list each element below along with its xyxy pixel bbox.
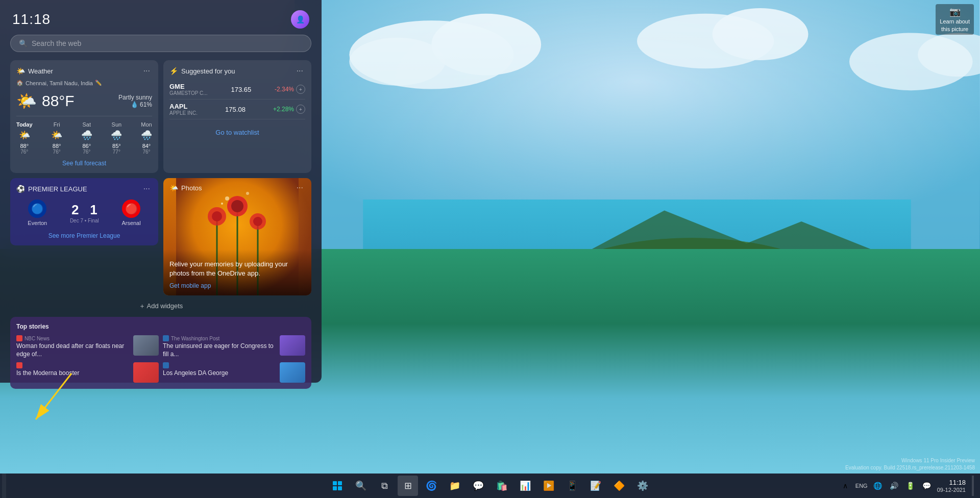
show-hidden-icons-button[interactable]: ∧ — [839, 480, 851, 492]
edge-button[interactable]: 🌀 — [421, 476, 442, 496]
svg-point-12 — [555, 347, 774, 391]
start-button[interactable] — [327, 476, 348, 496]
learn-about-picture-button[interactable]: 📷 Learn about this picture — [936, 4, 974, 35]
svg-point-22 — [231, 200, 243, 212]
show-desktop-button[interactable] — [972, 476, 974, 496]
story-source-2: The Washington Post — [163, 335, 276, 341]
pl-icon: ⚽ — [16, 185, 25, 193]
tray-date: 09-12-2021 — [937, 487, 966, 493]
see-full-forecast-link[interactable]: See full forecast — [16, 160, 152, 167]
taskbar: 🔍 ⧉ ⊞ 🌀 📁 💬 🛍️ 📊 ▶ — [0, 474, 980, 498]
svg-point-10 — [538, 238, 845, 358]
add-widgets-label: Add widgets — [147, 302, 183, 310]
user-avatar[interactable]: 👤 — [291, 10, 309, 29]
phone-link-button[interactable]: 📱 — [562, 476, 582, 496]
office-button[interactable]: 📊 — [515, 476, 535, 496]
suggested-title: Suggested for you — [181, 67, 235, 75]
svg-point-5 — [713, 8, 808, 60]
eval-notice: Windows 11 Pro Insider Preview Evaluatio… — [845, 457, 975, 471]
notepad-icon: 📝 — [590, 480, 601, 491]
stock-info-gme: GME GAMESTOP C... — [169, 83, 208, 96]
settings-button[interactable]: ⚙️ — [632, 476, 653, 496]
stock-row-gme[interactable]: GME GAMESTOP C... 173.65 -2.34% + — [169, 80, 305, 99]
widgets-panel: 11:18 👤 🔍 🌤️ Weather ··· 🏠 Chennai, Tami… — [0, 0, 322, 383]
story-thumb-2 — [280, 335, 305, 356]
stock-price-aapl: 175.08 — [225, 106, 246, 113]
weather-widget-header: 🌤️ Weather ··· — [16, 66, 152, 76]
stock-change-aapl: +2.28% + — [273, 105, 305, 114]
task-view-button[interactable]: ⧉ — [374, 476, 395, 496]
story-item-2[interactable]: The Washington Post The uninsured are ea… — [163, 335, 305, 358]
forecast-day-mon: Mon 🌧️ 84° 76° — [141, 121, 152, 155]
moderna-source-icon — [16, 362, 22, 368]
media-player-icon: ▶️ — [543, 480, 554, 491]
story-item-3[interactable]: Is the Moderna booster — [16, 362, 159, 383]
stock-add-gme[interactable]: + — [296, 85, 305, 94]
eval-line2: Evaluation copy. Build 22518.rs_prerelea… — [845, 464, 975, 471]
weather-humidity: 💧 61% — [118, 101, 152, 108]
chevron-up-icon: ∧ — [843, 482, 848, 490]
weather-menu-button[interactable]: ··· — [141, 66, 152, 76]
see-more-pl-link[interactable]: See more Premier League — [16, 232, 152, 239]
media-player-button[interactable]: ▶️ — [538, 476, 559, 496]
everton-name: Everton — [28, 220, 47, 226]
pl-menu-button[interactable]: ··· — [141, 184, 152, 193]
water-islands-svg — [294, 200, 980, 474]
go-to-watchlist-link[interactable]: Go to watchlist — [169, 126, 305, 139]
photos-overlay: Relive your memories by uploading your p… — [163, 250, 311, 295]
story-headline-4: Los Angeles DA George — [163, 369, 276, 378]
store-button[interactable]: 🛍️ — [492, 476, 512, 496]
battery-icon[interactable]: 🔋 — [904, 480, 917, 492]
svg-point-25 — [225, 196, 229, 201]
notification-center-button[interactable]: 💬 — [921, 480, 933, 492]
team-everton: 🔵 Everton — [28, 200, 47, 226]
story-headline-1: Woman found dead after car floats near e… — [16, 342, 129, 358]
photos-menu-button[interactable]: ··· — [295, 183, 305, 192]
stock-ticker-gme: GME — [169, 83, 208, 90]
weather-condition-icon: 🌤️ — [16, 91, 37, 111]
forecast-day-today: Today 🌤️ 88° 76° — [16, 121, 33, 155]
photos-title: Photos — [181, 184, 202, 192]
story-item-4[interactable]: Los Angeles DA George — [163, 362, 305, 383]
edit-icon[interactable]: ✏️ — [95, 80, 102, 86]
svg-point-20 — [212, 211, 222, 221]
story-text-2: The Washington Post The uninsured are ea… — [163, 335, 276, 358]
search-taskbar-button[interactable]: 🔍 — [351, 476, 371, 496]
teams-button[interactable]: 💬 — [468, 476, 488, 496]
weather-main: 🌤️ 88°F Partly sunny 💧 61% — [16, 91, 152, 111]
la-source-icon — [163, 362, 169, 368]
stock-row-aapl[interactable]: AAPL APPLE INC. 175.08 +2.28% + — [169, 99, 305, 119]
notepad-button[interactable]: 📝 — [585, 476, 606, 496]
stock-add-aapl[interactable]: + — [296, 105, 305, 114]
story-thumb-3 — [133, 362, 159, 383]
search-bar[interactable]: 🔍 — [10, 35, 311, 52]
pl-title-row: ⚽ PREMIER LEAGUE — [16, 185, 87, 193]
story-source-1: NBC News — [16, 335, 129, 341]
language-indicator[interactable]: ENG — [855, 480, 868, 492]
widgets-grid: 🌤️ Weather ··· 🏠 Chennai, Tamil Nadu, In… — [6, 60, 315, 295]
suggested-menu-button[interactable]: ··· — [295, 66, 305, 76]
suggested-icon: ⚡ — [169, 67, 178, 75]
network-icon[interactable]: 🌐 — [872, 480, 884, 492]
taskbar-left — [0, 474, 6, 498]
team-arsenal: 🔴 Arsenal — [121, 200, 140, 226]
add-widgets-row[interactable]: ＋ Add widgets — [6, 295, 315, 317]
taskbar-edge — [2, 474, 6, 498]
search-taskbar-icon: 🔍 — [355, 480, 366, 491]
stock-change-gme: -2.34% + — [275, 85, 305, 94]
settings-icon: ⚙️ — [637, 480, 648, 491]
score-display: 2 1 — [70, 202, 99, 218]
file-explorer-button[interactable]: 📁 — [445, 476, 465, 496]
volume-icon[interactable]: 🔊 — [888, 480, 900, 492]
story-text-1: NBC News Woman found dead after car floa… — [16, 335, 129, 358]
widgets-button[interactable]: ⊞ — [398, 476, 418, 496]
photos-get-app-link[interactable]: Get mobile app — [169, 282, 305, 289]
tray-time-date[interactable]: 11:18 09-12-2021 — [937, 479, 966, 493]
browser-alt-icon: 🔶 — [614, 480, 625, 491]
svg-point-24 — [253, 217, 262, 226]
browser-alt-button[interactable]: 🔶 — [609, 476, 629, 496]
stock-price-gme: 173.65 — [231, 86, 251, 93]
search-input[interactable] — [32, 39, 303, 47]
pl-title: PREMIER LEAGUE — [28, 185, 87, 193]
story-item-1[interactable]: NBC News Woman found dead after car floa… — [16, 335, 159, 358]
